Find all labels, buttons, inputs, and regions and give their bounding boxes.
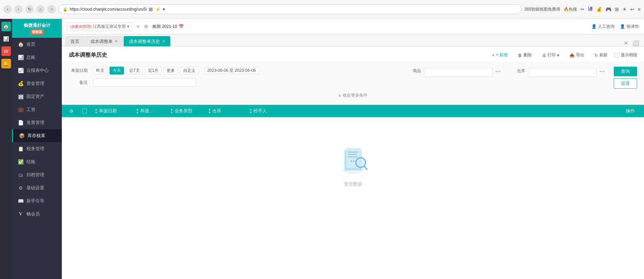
company-selector[interactable]: (勿删勿禁用) 江西服宝测试专用 ▾ [67, 22, 132, 31]
sidebar-item-archive[interactable]: 🗂 归档管理 [12, 168, 62, 181]
note-input[interactable] [93, 78, 196, 87]
tab-cost-adjust-close[interactable]: ✕ [115, 39, 118, 44]
refresh-button[interactable]: ↻ [25, 5, 34, 13]
goods-input[interactable] [424, 68, 493, 77]
filter-area: 单据日期 昨天 今天 近7天 近1月 更多 自定义 [62, 63, 644, 105]
sidebar-item-ledger[interactable]: 📊 总账 [12, 51, 62, 64]
sidebar-item-guide[interactable]: 📖 新手引导 [12, 194, 62, 208]
home-icon: 🏠 [18, 42, 24, 47]
page-header: 成本调整单历史 + + 新增 🗑 删除 🖨 打印 ▾ [62, 47, 644, 63]
sidebar-item-salary[interactable]: 💼 工资 [12, 103, 62, 116]
sidebar-item-home[interactable]: 🏠 首页 [12, 38, 62, 51]
th-num[interactable]: ▲ ▼ 单据... [133, 108, 167, 114]
print-label: 打印 [547, 52, 556, 58]
logo-text: 畅捷通好会计 [24, 22, 50, 29]
show-detail-check[interactable]: 显示明细 [614, 52, 637, 58]
forward-button[interactable]: › [14, 5, 23, 13]
yesterday-btn[interactable]: 昨天 [93, 67, 108, 75]
back-button[interactable]: ‹ [3, 5, 12, 13]
tab-cost-adjust-history[interactable]: 成本调整单历史 ✕ [124, 36, 170, 46]
custom-btn[interactable]: 自定义 [180, 67, 199, 75]
service-person-icon: 👤 [591, 24, 597, 29]
sidebar-label-reports: 云报表中心 [26, 67, 49, 74]
export-button[interactable]: 📤 导出 [566, 51, 588, 59]
add-button[interactable]: + + 新增 [489, 51, 511, 59]
today-btn[interactable]: 今天 [110, 67, 124, 75]
window-close-icon[interactable]: ✕ [621, 40, 631, 46]
last1month-btn[interactable]: 近1月 [145, 67, 162, 75]
iconbar-item-3[interactable]: W [1, 46, 11, 56]
sidebar-item-tax[interactable]: 📋 税务管理 [12, 142, 62, 155]
th-handler[interactable]: ▲ ▼ 经手人 [246, 108, 287, 114]
topbar-add-icon[interactable]: + [136, 23, 139, 30]
delete-icon: 🗑 [518, 53, 522, 58]
company-name: 江西服宝测试专用 [93, 24, 126, 30]
window-expand-icon[interactable]: ⬜ [631, 40, 641, 46]
last7days-btn[interactable]: 近7天 [126, 67, 143, 75]
sidebar-label-vip: 畅会员 [26, 211, 40, 217]
th-ops: 操作 [620, 108, 641, 114]
company-dropdown-icon: ▾ [127, 24, 129, 29]
date-filter-label: 单据日期 [69, 68, 88, 74]
query-button[interactable]: 查询 [614, 67, 637, 76]
close-accounts-icon: ✅ [18, 159, 24, 165]
calendar-icon[interactable]: 📅 [179, 24, 184, 29]
filter-goods-col: 商品 ⋯ [402, 67, 501, 90]
home-button[interactable]: ⌂ [36, 5, 45, 13]
filter-note-row: 备注 [69, 78, 397, 87]
refresh-button[interactable]: ↻ 刷新 [591, 51, 611, 59]
tab-bar-right: ✕ ⬜ [621, 40, 641, 46]
sidebar-item-fixed-assets[interactable]: 🏢 固定资产 [12, 90, 62, 103]
num-sort-icon: ▲ ▼ [136, 108, 139, 114]
sidebar-label-archive: 归档管理 [26, 172, 44, 178]
date-range-input[interactable] [204, 67, 259, 74]
th-settings[interactable]: ⚙ [65, 109, 78, 114]
vip-icon: V [18, 211, 24, 217]
goods-more-icon[interactable]: ⋯ [495, 68, 501, 75]
select-all-checkbox[interactable] [82, 109, 87, 113]
main-area: (勿删勿禁用) 江西服宝测试专用 ▾ + ⚙ 账期 2021-10 📅 👤 人工… [62, 19, 644, 279]
tab-cost-adjust-history-close[interactable]: ✕ [162, 39, 165, 44]
sidebar-item-reports[interactable]: 📈 云报表中心 [12, 64, 62, 77]
iconbar-item-main[interactable]: 🏠 [1, 22, 11, 31]
sidebar-item-invoice[interactable]: 📄 发票管理 [12, 116, 62, 129]
sidebar-item-funds[interactable]: 💰 资金管理 [12, 77, 62, 90]
browser-lightning-icon: ⚡ [155, 7, 161, 12]
tax-icon: 📋 [18, 146, 24, 152]
tab-cost-adjust[interactable]: 成本调整单 ✕ [85, 36, 123, 46]
print-button[interactable]: 🖨 打印 ▾ [539, 51, 563, 59]
top-bar: (勿删勿禁用) 江西服宝测试专用 ▾ + ⚙ 账期 2021-10 📅 👤 人工… [62, 19, 644, 34]
sidebar-item-close[interactable]: ✅ 结账 [12, 155, 62, 168]
th-check[interactable] [78, 109, 91, 113]
iconbar-item-4[interactable]: 🔔 [1, 59, 11, 68]
date-sort-icon: ▲ ▼ [95, 108, 98, 114]
sidebar-item-vip[interactable]: V 畅会员 [12, 208, 62, 221]
show-detail-checkbox[interactable] [614, 53, 619, 58]
sidebar-label-guide: 新手引导 [26, 198, 44, 204]
warehouse-more-icon[interactable]: ⋯ [599, 68, 605, 75]
iconbar-item-2[interactable]: 📊 [1, 34, 11, 44]
page-title: 成本调整单历史 [69, 52, 107, 59]
svg-line-8 [364, 166, 367, 169]
settings-button[interactable]: 设置 [614, 78, 637, 89]
topbar-settings-icon[interactable]: ⚙ [144, 24, 148, 29]
th-biz-type[interactable]: ▲ ▼ 业务类型 [167, 108, 205, 114]
scissors-icon: ✂ [580, 7, 585, 12]
delete-button[interactable]: 🗑 删除 [515, 51, 535, 59]
tab-home[interactable]: 首页 [65, 36, 84, 46]
content-area: 成本调整单历史 + + 新增 🗑 删除 🖨 打印 ▾ [62, 47, 644, 279]
collapse-bar[interactable]: ∧ 收起更多条件 [69, 90, 637, 100]
user-name-area[interactable]: 👤 徐泽华 [620, 24, 639, 30]
th-warehouse[interactable]: ▲ ▼ 仓库 [205, 108, 246, 114]
address-bar[interactable]: 🔒 https://cloud.chanjet.com/accounting/u… [58, 4, 522, 14]
th-date[interactable]: ▲ ▼ 单据日期 [91, 108, 133, 114]
sidebar-item-inventory[interactable]: 📦 库存核算 [12, 129, 62, 142]
user-service[interactable]: 👤 人工咨询 [591, 24, 614, 30]
icon-bar: 🏠 📊 W 🔔 [0, 19, 12, 279]
sidebar-item-settings[interactable]: ⚙ 基础设置 [12, 181, 62, 194]
warehouse-input[interactable] [528, 68, 597, 77]
more-btn[interactable]: 更多 [163, 67, 178, 75]
star-button[interactable]: ☆ [47, 5, 56, 13]
sidebar-label-fixed-assets: 固定资产 [26, 93, 44, 100]
reports-icon: 📈 [18, 68, 24, 73]
